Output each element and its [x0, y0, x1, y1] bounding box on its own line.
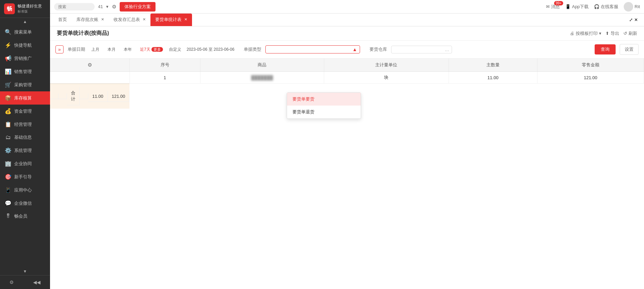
content-area: 要货单统计表(按商品) 🖨 按模板打印 ▾ ⬆ 导出 ↺ 刷新 »: [50, 26, 644, 289]
custom-date-link[interactable]: 自定义: [169, 47, 181, 52]
tab-home[interactable]: 首页: [53, 14, 72, 26]
this-year-btn[interactable]: 本年: [122, 46, 134, 53]
sidebar-icon-marketing: 📢: [5, 55, 11, 62]
filter-expand-btn[interactable]: »: [55, 45, 64, 53]
col-amount: 零售金额: [537, 59, 644, 72]
query-btn[interactable]: 查询: [595, 44, 616, 54]
sidebar-item-basic[interactable]: 🗂基础信息: [0, 131, 50, 144]
sidebar-settings-btn[interactable]: ⚙: [7, 278, 17, 286]
page-actions: 🖨 按模板打印 ▾ ⬆ 导出 ↺ 刷新: [570, 30, 637, 37]
topbar-right: ✉ 消息 99+ 📱 App下载 🎧 在线客服 Rit: [546, 2, 640, 12]
download-icon: 📱: [565, 4, 571, 9]
search-input[interactable]: [54, 3, 95, 10]
footer-empty-1: [50, 93, 58, 99]
print-btn[interactable]: 🖨 按模板打印 ▾: [570, 30, 601, 37]
sidebar-label-purchase: 采购管理: [14, 82, 32, 88]
date-label: 单据日期: [68, 46, 85, 52]
tab-order_summary[interactable]: 要货单统计表✕: [150, 14, 192, 26]
sidebar-label-system: 系统管理: [14, 148, 32, 154]
tab-expand-btn[interactable]: ⤢ ✕: [626, 14, 641, 26]
type-dropdown-arrow[interactable]: ▲: [353, 47, 357, 52]
topbar: 41 ▾ ⚙ 体验行业方案 ✉ 消息 99+ 📱 App下载 🎧 在线客服 Ri…: [50, 0, 644, 14]
type-dropdown: 要货单要货 要货单退货: [287, 92, 361, 119]
sidebar-item-purchase[interactable]: 🛒采购管理: [0, 78, 50, 91]
sidebar-label-shortcut: 快捷导航: [14, 42, 32, 48]
warehouse-input-wrap[interactable]: …: [391, 46, 452, 53]
user-item[interactable]: Rit: [624, 2, 640, 12]
sidebar-item-system[interactable]: ⚙️系统管理: [0, 144, 50, 157]
table-footer-row: 合计 11.00 121.00: [50, 84, 129, 109]
this-month-btn[interactable]: 本月: [105, 46, 118, 53]
messages-item[interactable]: ✉ 消息 99+: [546, 4, 560, 10]
print-icon: 🖨: [570, 31, 574, 36]
tab-receipt_summary[interactable]: 收发存汇总表✕: [109, 14, 150, 26]
messages-badge: 99+: [554, 1, 563, 5]
sidebar-item-wechat[interactable]: 💬企业微信: [0, 197, 50, 210]
download-item[interactable]: 📱 App下载: [565, 4, 589, 10]
sidebar-item-member[interactable]: 🎖畅会员: [0, 210, 50, 223]
dropdown-item-order-return[interactable]: 要货单退货: [287, 106, 361, 118]
messages-icon: ✉: [546, 4, 550, 9]
tab-close-receipt_summary[interactable]: ✕: [143, 17, 146, 22]
sidebar-item-marketing[interactable]: 📢营销推广: [0, 52, 50, 65]
sidebar-collapse-btn[interactable]: ◀◀: [30, 278, 43, 286]
col-goods: 商品: [200, 59, 324, 72]
footer-empty-3: [80, 93, 88, 99]
type-input[interactable]: [268, 47, 352, 52]
expand-icon: ⤢: [629, 17, 633, 22]
sidebar-icon-wechat: 💬: [5, 200, 11, 206]
export-label: 导出: [611, 30, 619, 37]
sidebar-item-sales[interactable]: 📊销售管理: [0, 65, 50, 78]
type-input-wrap[interactable]: ▲: [265, 45, 360, 53]
col-settings[interactable]: ⚙: [50, 59, 129, 72]
row-unit: 块: [324, 72, 449, 84]
warehouse-dots[interactable]: …: [445, 47, 449, 52]
export-btn[interactable]: ⬆ 导出: [605, 30, 619, 37]
sidebar-icon-shortcut: ⚡: [5, 42, 11, 48]
sidebar-scroll-down[interactable]: ▼: [0, 268, 50, 275]
sidebar-item-finance[interactable]: 💰资金管理: [0, 105, 50, 118]
footer-quantity: 11.00: [88, 91, 108, 102]
date-range-display: 2023-05-06 至 2023-06-06: [187, 47, 234, 52]
print-arrow: ▾: [599, 31, 601, 36]
tab-label-order_summary: 要货单统计表: [155, 17, 182, 23]
tab-close-order_summary[interactable]: ✕: [184, 17, 187, 22]
sidebar-icon-purchase: 🛒: [5, 82, 11, 88]
page-header: 要货单统计表(按商品) 🖨 按模板打印 ▾ ⬆ 导出 ↺ 刷新: [50, 26, 644, 41]
sidebar-item-enterprise[interactable]: 🏢企业协同: [0, 157, 50, 170]
tab-label-receipt_summary: 收发存汇总表: [114, 17, 140, 23]
support-icon: 🎧: [594, 4, 599, 9]
topbar-settings-icon[interactable]: ⚙: [112, 4, 116, 10]
sidebar-item-search[interactable]: 🔍搜索菜单: [0, 25, 50, 39]
tab-label-inventory_batch: 库存批次账: [76, 17, 98, 23]
tab-dropdown-arrow[interactable]: ▾: [106, 4, 109, 9]
goods-blurred: ███████: [251, 75, 273, 80]
last-month-btn[interactable]: 上月: [89, 46, 101, 53]
sidebar-icon-basic: 🗂: [5, 134, 11, 140]
sidebar-item-guide[interactable]: 🎯新手引导: [0, 170, 50, 183]
sidebar-item-shortcut[interactable]: ⚡快捷导航: [0, 39, 50, 52]
sidebar-label-search: 搜索菜单: [14, 29, 32, 35]
refresh-btn[interactable]: ↺ 刷新: [623, 30, 637, 37]
sidebar-icon-system: ⚙️: [5, 147, 11, 154]
sidebar-item-operation[interactable]: 📋经营管理: [0, 118, 50, 131]
tab-close-inventory_batch[interactable]: ✕: [101, 17, 104, 22]
support-item[interactable]: 🎧 在线客服: [594, 4, 618, 10]
sidebar-icon-operation: 📋: [5, 121, 11, 128]
sidebar-scroll-up[interactable]: ▲: [0, 18, 50, 25]
footer-amount: 121.00: [108, 91, 130, 102]
sidebar-label-sales: 销售管理: [14, 69, 32, 75]
col-quantity: 主数量: [449, 59, 537, 72]
logo-icon: 畅: [4, 3, 15, 14]
sidebar-icon-finance: 💰: [5, 108, 11, 114]
dropdown-item-order-goods[interactable]: 要货单要货: [287, 93, 361, 106]
tab-inventory_batch[interactable]: 库存批次账✕: [72, 14, 109, 26]
trial-btn[interactable]: 体验行业方案: [120, 2, 156, 12]
settings-filter-btn[interactable]: 设置: [620, 44, 639, 55]
recent-7-btn[interactable]: 近7天 更多: [138, 46, 165, 53]
sidebar-label-member: 畅会员: [14, 213, 27, 219]
user-avatar: [624, 2, 633, 12]
table-header-row: ⚙ 序号 商品 主计量单位 主数量 零售金额: [50, 59, 644, 72]
sidebar-item-inventory[interactable]: 📦库存核算: [0, 91, 50, 105]
sidebar-item-appstore[interactable]: 📱应用中心: [0, 183, 50, 197]
